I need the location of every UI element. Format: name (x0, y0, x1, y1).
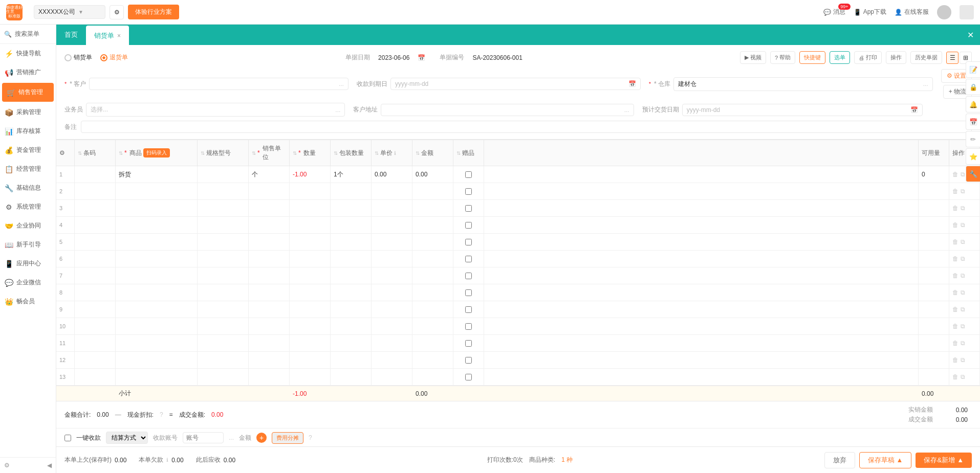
one-click-pay-checkbox[interactable] (64, 435, 71, 441)
sidebar-item-wechat[interactable]: 💬 企业微信 (0, 273, 56, 292)
print-count: 打印次数:0次 (487, 456, 523, 464)
expected-date-input[interactable]: yyyy-mm-dd 📅 (682, 104, 923, 116)
copy-icon-1[interactable]: ⧉ (961, 171, 965, 178)
history-label: 历史单据 (915, 54, 938, 61)
no-label: 单据编号 (440, 53, 464, 62)
filter-btn[interactable]: 选单 (830, 51, 850, 64)
expense-split-btn[interactable]: 费用分摊 (272, 432, 303, 444)
right-panel-btn-5[interactable]: ✏ (966, 131, 980, 147)
sidebar-item-purchase[interactable]: 📦 采购管理 (0, 103, 56, 122)
collection-date-input[interactable]: yyyy-mm-dd 📅 (390, 78, 641, 90)
sidebar-item-member[interactable]: 👑 畅会员 (0, 292, 56, 311)
video-btn[interactable]: ▶ 视频 (740, 51, 766, 64)
right-panel-btn-2[interactable]: 🔒 (966, 79, 980, 95)
date-label: 单据日期 (345, 53, 370, 62)
table-row: 1 拆货 个 -1.00 1个 0.00 0.00 0 🗑 (56, 166, 980, 183)
sidebar-item-sales[interactable]: 🛒 销售管理 (2, 83, 54, 102)
help-icon: ? (775, 55, 778, 61)
td-price-1[interactable]: 0.00 (372, 166, 412, 183)
list-view-btn[interactable]: ☰ (946, 52, 959, 64)
warehouse-value: 建材仓 (678, 80, 923, 88)
customer-input[interactable]: ... (89, 78, 349, 90)
gift-checkbox-1[interactable] (465, 171, 472, 178)
td-row-settings-1[interactable]: 1 (56, 166, 75, 183)
scan-btn[interactable]: 扫码录入 (143, 148, 170, 157)
message-btn[interactable]: 💬 消息 99+ (823, 8, 845, 16)
warehouse-input[interactable]: 建材仓 ... (673, 77, 933, 91)
calendar-icon[interactable]: 📅 (418, 54, 425, 61)
address-dots: ... (624, 106, 629, 114)
gear-bottom-icon[interactable]: ⚙ (4, 462, 10, 469)
sidebar-item-guide[interactable]: 📖 新手引导 (0, 235, 56, 254)
operate-btn[interactable]: 操作 (886, 51, 906, 64)
td-gift-1[interactable] (453, 166, 484, 183)
radio-sales-order[interactable]: 销货单 (64, 53, 92, 62)
question-icon[interactable]: ? (160, 411, 163, 418)
save-new-button[interactable]: 保存&新增 ▲ (916, 453, 972, 468)
print-btn[interactable]: 🖨 打印 (854, 51, 882, 64)
sidebar-search[interactable]: 🔍 搜索菜单 (0, 25, 56, 44)
product-required: * (124, 149, 127, 156)
shortcut-btn[interactable]: 快捷键 (799, 51, 825, 64)
th-unit: ⇅ * 销售单位 (249, 140, 290, 166)
td-product-1[interactable]: 拆货 (116, 166, 198, 183)
sort-icon-amount: ⇅ (416, 150, 420, 156)
delete-icon-1[interactable]: 🗑 (952, 171, 959, 178)
tab-sales-order[interactable]: 销货单 × (86, 26, 129, 46)
tab-home[interactable]: 首页 (56, 25, 86, 45)
notes-input[interactable] (81, 121, 972, 133)
settings-icon-btn[interactable]: ⚙ (110, 5, 124, 19)
td-barcode-1[interactable] (75, 166, 116, 183)
radio-return-order[interactable]: 退货单 (100, 53, 128, 62)
expense-question-icon[interactable]: ? (309, 434, 312, 441)
sidebar-item-marketing[interactable]: 📢 营销推广 (0, 63, 56, 82)
close-tab-btn[interactable]: ✕ (967, 30, 980, 40)
customer-address-input[interactable]: ... (381, 104, 634, 116)
more-btn[interactable] (960, 5, 974, 19)
right-panel-btn-7[interactable]: 🔧 (966, 166, 980, 182)
td-pkg-1[interactable]: 1个 (331, 166, 372, 183)
user-avatar[interactable] (937, 5, 951, 19)
right-panel-btn-3[interactable]: 🔔 (966, 96, 980, 112)
sidebar-item-inventory[interactable]: 📊 库存核算 (0, 122, 56, 141)
warehouse-dots: ... (923, 80, 928, 87)
settlement-select[interactable]: 结算方式 (106, 432, 148, 444)
td-spec-1[interactable] (198, 166, 249, 183)
sidebar-item-label: 新手引导 (16, 240, 41, 249)
arrow-icon[interactable]: ◀ (47, 462, 52, 469)
td-qty-1[interactable]: -1.00 (290, 166, 331, 183)
save-draft-button[interactable]: 保存草稿 ▲ (859, 452, 912, 468)
online-service-btn[interactable]: 👤 在线客服 (895, 8, 929, 16)
th-price-label: 单价 (380, 149, 393, 157)
customer-address-group: 客户地址 ... (353, 104, 634, 116)
calendar-icon-2: 📅 (628, 80, 636, 87)
right-panel-btn-1[interactable]: 📝 (966, 61, 980, 78)
history-btn[interactable]: 历史单据 (910, 51, 942, 64)
account-input[interactable] (183, 432, 224, 443)
sidebar-item-basic[interactable]: 🔧 基础信息 (0, 178, 56, 197)
td-note-1[interactable] (484, 166, 919, 183)
tab-close-icon[interactable]: × (117, 32, 121, 39)
finance-icon: 💰 (4, 146, 13, 154)
sidebar-item-apps[interactable]: 📱 应用中心 (0, 254, 56, 273)
sidebar-item-system[interactable]: ⚙ 系统管理 (0, 197, 56, 216)
add-payment-btn[interactable]: + (256, 433, 267, 443)
sidebar-item-finance[interactable]: 💰 资金管理 (0, 141, 56, 160)
company-selector[interactable]: XXXXXX公司 ▼ (34, 5, 105, 19)
td-amount-1[interactable]: 0.00 (412, 166, 453, 183)
sidebar-item-business[interactable]: 📋 经营管理 (0, 160, 56, 178)
right-panel-btn-6[interactable]: ⭐ (966, 148, 980, 165)
th-settings[interactable]: ⚙ (56, 140, 75, 166)
transaction-amount-row: 成交金额 0.00 (908, 415, 968, 424)
help-btn[interactable]: ? 帮助 (770, 51, 795, 64)
discard-button[interactable]: 放弃 (824, 452, 855, 468)
trial-button[interactable]: 体验行业方案 (128, 5, 179, 19)
save-new-label: 保存&新增 (924, 456, 955, 465)
right-panel-btn-4[interactable]: 📅 (966, 114, 980, 130)
sidebar-item-cooperate[interactable]: 🤝 企业协同 (0, 216, 56, 235)
equals-sign: = (169, 411, 173, 418)
sidebar-item-quick-nav[interactable]: ⚡ 快捷导航 (0, 44, 56, 63)
salesperson-input[interactable]: 选择... ... (86, 103, 345, 117)
td-unit-1[interactable]: 个 (249, 166, 290, 183)
app-download-btn[interactable]: 📱 App下载 (854, 8, 886, 16)
